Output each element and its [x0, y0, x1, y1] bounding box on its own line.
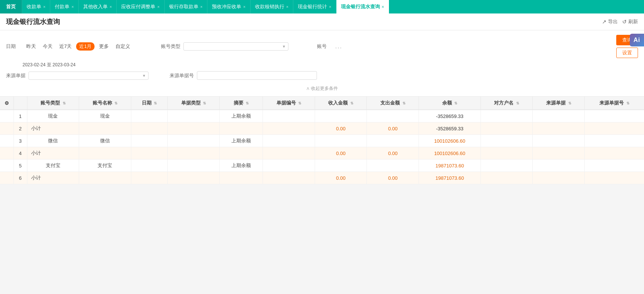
table-cell: 现金 [79, 110, 131, 122]
table-cell: 100102606.60 [419, 135, 481, 147]
table-cell [168, 147, 220, 160]
table-cell: 4 [14, 147, 27, 160]
source-doc-no-input[interactable] [197, 71, 317, 80]
table-cell [533, 135, 585, 147]
nav-tab-receipts[interactable]: 收款单 × [22, 0, 50, 13]
table-cell [480, 147, 533, 160]
table-cell: 微信 [27, 135, 79, 147]
table-cell [0, 110, 14, 122]
close-icon[interactable]: × [157, 4, 159, 9]
table-row: 2小计0.000.00-3528659.33 [0, 122, 644, 135]
th-summary[interactable]: 摘要 ⇅ [219, 97, 263, 110]
th-income[interactable]: 收入金额 ⇅ [315, 97, 367, 110]
date-opt-more[interactable]: 更多 [97, 42, 111, 51]
table-cell [480, 110, 533, 122]
filter-source-doc-no: 来源单据号 [170, 71, 317, 80]
th-source-doc[interactable]: 来源单据 ⇅ [533, 97, 585, 110]
table-cell: -3528659.33 [419, 122, 481, 135]
th-date[interactable]: 日期 ⇅ [131, 97, 167, 110]
nav-tab-payments[interactable]: 付款单 × [50, 0, 78, 13]
date-range-display: 2023-02-24 至 2023-03-24 [21, 62, 638, 68]
table-wrapper: ⚙ 账号类型 ⇅ 账号名称 ⇅ 日期 ⇅ 单据类型 ⇅ [0, 97, 644, 184]
filter-date: 日期 昨天 今天 近7天 近1月 更多 自定义 [6, 42, 132, 51]
table-cell [131, 110, 167, 122]
table-cell [263, 172, 315, 184]
table-cell: 支付宝 [27, 160, 79, 172]
table-cell: 2 [14, 122, 27, 135]
th-expense[interactable]: 支出金额 ⇅ [367, 97, 419, 110]
close-icon[interactable]: × [71, 4, 74, 9]
table-cell [480, 172, 533, 184]
nav-tab-bank-deposit[interactable]: 银行存取款单 × [165, 0, 207, 13]
filter-row-1: 日期 昨天 今天 近7天 近1月 更多 自定义 账号类型 ▾ 账号 ... [6, 35, 638, 58]
table-cell [0, 160, 14, 172]
settings-button[interactable]: 设置 [616, 48, 638, 58]
export-button[interactable]: ↗ 导出 [602, 18, 618, 25]
table-cell [0, 147, 14, 160]
account-dots[interactable]: ... [335, 43, 342, 50]
close-icon[interactable]: × [243, 4, 245, 9]
nav-tab-ar-ap-adjust[interactable]: 应收应付调整单 × [117, 0, 164, 13]
table-row: 1现金现金上期余额-3528659.33 [0, 110, 644, 122]
sort-icon: ⇅ [350, 101, 353, 105]
th-source-doc-no[interactable]: 来源单据号 ⇅ [585, 97, 644, 110]
table-row: 4小计0.000.00100102606.60 [0, 147, 644, 160]
date-opt-7days[interactable]: 近7天 [57, 42, 74, 51]
date-opt-yesterday[interactable]: 昨天 [24, 42, 38, 51]
nav-tab-receipt-verify[interactable]: 收款核销执行 × [251, 0, 293, 13]
close-icon[interactable]: × [329, 4, 331, 9]
collapse-bar[interactable]: ∧ 收起更多条件 [6, 84, 638, 92]
sort-icon: ⇅ [454, 101, 457, 105]
table-cell: 0.00 [367, 172, 419, 184]
date-opt-1month[interactable]: 近1月 [76, 42, 95, 51]
th-idx [14, 97, 27, 110]
table-cell [263, 147, 315, 160]
table-cell: 小计 [27, 172, 79, 184]
sort-icon: ⇅ [114, 101, 117, 105]
chevron-down-icon: ▾ [283, 44, 285, 49]
date-opt-custom[interactable]: 自定义 [113, 42, 132, 51]
table-cell: 上期余额 [219, 135, 263, 147]
date-label: 日期 [6, 43, 21, 50]
th-doc-type[interactable]: 单据类型 ⇅ [168, 97, 220, 110]
th-doc-no[interactable]: 单据编号 ⇅ [263, 97, 315, 110]
table-cell [585, 135, 644, 147]
th-account-name[interactable]: 账号名称 ⇅ [79, 97, 131, 110]
table-cell: 支付宝 [79, 160, 131, 172]
sort-icon: ⇅ [298, 101, 301, 105]
th-gear[interactable]: ⚙ [0, 97, 14, 110]
close-icon[interactable]: × [382, 4, 384, 9]
table-cell [533, 122, 585, 135]
table-cell [585, 160, 644, 172]
th-counterparty[interactable]: 对方户名 ⇅ [480, 97, 533, 110]
source-doc-select[interactable]: ▾ [29, 72, 149, 80]
close-icon[interactable]: × [110, 4, 112, 9]
close-icon[interactable]: × [43, 4, 45, 9]
table-cell [533, 160, 585, 172]
th-account-type[interactable]: 账号类型 ⇅ [27, 97, 79, 110]
table-row: 6小计0.000.0019871073.60 [0, 172, 644, 184]
table-cell [315, 160, 367, 172]
table-cell [168, 110, 220, 122]
close-icon[interactable]: × [200, 4, 203, 9]
table-cell [367, 160, 419, 172]
nav-tab-cash-flow[interactable]: 现金银行流水查询 × [336, 0, 389, 13]
account-type-select[interactable]: ▾ [183, 42, 288, 51]
page-title: 现金银行流水查询 [6, 17, 60, 26]
nav-tab-cash-stats[interactable]: 现金银行统计 × [293, 0, 336, 13]
table-cell: 0.00 [367, 147, 419, 160]
nav-home[interactable]: 首页 [0, 0, 22, 13]
th-balance[interactable]: 余额 ⇅ [419, 97, 481, 110]
nav-tab-other-income[interactable]: 其他收入单 × [79, 0, 117, 13]
table-cell [585, 172, 644, 184]
table-cell: 0.00 [367, 122, 419, 135]
table-cell [480, 122, 533, 135]
sort-icon: ⇅ [63, 101, 66, 105]
nav-tab-prepay[interactable]: 预收冲应收单 × [207, 0, 250, 13]
ai-badge[interactable]: Ai [630, 34, 644, 46]
table-cell: 1 [14, 110, 27, 122]
table-cell [79, 172, 131, 184]
date-opt-today[interactable]: 今天 [41, 42, 55, 51]
refresh-button[interactable]: ↺ 刷新 [622, 18, 638, 25]
close-icon[interactable]: × [286, 4, 288, 9]
